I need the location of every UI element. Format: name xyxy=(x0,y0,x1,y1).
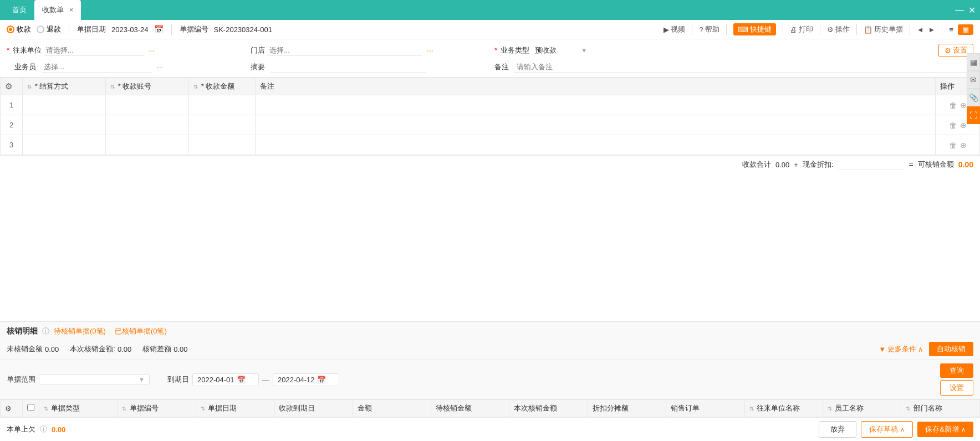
row-amount-1[interactable] xyxy=(189,95,256,115)
bottom-section: 核销明细 ⓘ 待核销单据(0笔) 已核销单据(0笔) 未核销金额 0.00 本次… xyxy=(0,321,980,441)
this-time-label: 本次核销金额: xyxy=(70,344,115,354)
window-minimize-icon[interactable]: — xyxy=(955,5,964,15)
row-account-3[interactable] xyxy=(106,135,189,155)
range-field: 单据范围 ▼ xyxy=(7,374,150,385)
list-icon: ≡ xyxy=(949,25,953,34)
row-settle-3[interactable] xyxy=(23,135,106,155)
shortcut-btn[interactable]: ⌨ 快捷键 xyxy=(733,23,776,35)
receipt-radio-circle xyxy=(7,25,14,33)
required-star-1: * xyxy=(7,46,9,54)
range-arrow: ▼ xyxy=(139,376,145,383)
row-remark-2[interactable] xyxy=(256,115,936,135)
row-account-2[interactable] xyxy=(106,115,189,135)
counterpart-more-btn[interactable]: ··· xyxy=(148,46,155,55)
right-panel-mail-icon[interactable]: ✉ xyxy=(967,71,980,89)
discard-button[interactable]: 放弃 xyxy=(819,421,856,438)
draft-button[interactable]: 保存草稿 ∧ xyxy=(861,421,913,438)
print-btn[interactable]: 🖨 打印 xyxy=(790,24,813,34)
video-btn[interactable]: ▶ 视频 xyxy=(663,24,685,34)
diff-label: 核销差额 xyxy=(142,344,171,354)
date-from-val: 2022-04-01 xyxy=(197,376,234,384)
history-btn[interactable]: 📋 历史单据 xyxy=(864,24,903,34)
refund-radio[interactable]: 退款 xyxy=(37,24,61,34)
auto-verif-btn[interactable]: 自动核销 xyxy=(929,342,973,356)
summary-input[interactable] xyxy=(270,61,426,73)
more-conditions-btn[interactable]: ▼ 更多条件 ∧ xyxy=(879,344,923,354)
receipt-radio[interactable]: 收款 xyxy=(7,24,31,34)
pending-tab[interactable]: 待核销单据(0笔) xyxy=(54,326,106,336)
sort-icon-account: ⇅ xyxy=(110,84,115,90)
save-new-button[interactable]: 保存&新增 ∧ xyxy=(917,422,973,437)
copy-icon-1[interactable]: ⊕ xyxy=(960,101,967,110)
unclaimed-stat: 未核销金额 0.00 xyxy=(7,344,59,354)
row-amount-3[interactable] xyxy=(189,135,256,155)
row-settle-2[interactable] xyxy=(23,115,106,135)
window-close-icon[interactable]: ✕ xyxy=(968,5,976,16)
query-button[interactable]: 查询 xyxy=(940,363,973,378)
nav-next-btn[interactable]: ► xyxy=(928,25,936,34)
store-input[interactable] xyxy=(267,45,422,56)
col-dept-header: ⇅ 部门名称 xyxy=(901,400,980,417)
delete-icon-3[interactable]: 🗑 xyxy=(949,141,957,150)
delete-icon-1[interactable]: 🗑 xyxy=(949,101,957,110)
operate-btn[interactable]: ⚙ 操作 xyxy=(827,24,850,34)
chevron-up-icon: ∧ xyxy=(918,345,923,353)
calendar-icon[interactable]: 📅 xyxy=(154,25,164,34)
due-date-field: 到期日 2022-04-01 📅 — 2022-04-12 📅 xyxy=(167,373,339,386)
required-star-2: * xyxy=(494,46,497,54)
col-settle-header: ⇅ * 结算方式 xyxy=(23,78,106,95)
copy-icon-3[interactable]: ⊕ xyxy=(960,141,967,150)
nav-prev-btn[interactable]: ◄ xyxy=(917,25,924,34)
date-from-input[interactable]: 2022-04-01 📅 xyxy=(192,373,259,386)
help-btn[interactable]: ? 帮助 xyxy=(699,24,719,34)
copy-icon-2[interactable]: ⊕ xyxy=(960,121,967,130)
row-amount-2[interactable] xyxy=(189,115,256,135)
col-pending-header: 待核销金额 xyxy=(431,400,509,417)
done-tab[interactable]: 已核销单据(0笔) xyxy=(115,326,167,336)
list-view-btn[interactable]: ≡ xyxy=(949,25,953,34)
cal-from-icon[interactable]: 📅 xyxy=(237,376,246,384)
right-panel-attach-icon[interactable]: 📎 xyxy=(967,89,980,106)
sort-doc-no: ⇅ xyxy=(122,406,126,412)
row-action-3: 🗑 ⊕ xyxy=(936,135,980,155)
total-label: 收款合计 xyxy=(742,160,771,170)
this-order-info-icon[interactable]: ⓘ xyxy=(40,424,47,434)
row-remark-1[interactable] xyxy=(256,95,936,115)
cal-to-icon[interactable]: 📅 xyxy=(317,376,326,384)
print-icon: 🖨 xyxy=(790,25,797,34)
right-panel-expand-icon[interactable]: ⛶ xyxy=(967,106,980,124)
delete-icon-2[interactable]: 🗑 xyxy=(949,121,957,130)
tab-home[interactable]: 首页 xyxy=(4,0,34,20)
table-row: 3 🗑 ⊕ xyxy=(1,135,980,155)
staff-more-btn[interactable]: ··· xyxy=(157,63,164,71)
date-to-input[interactable]: 2022-04-12 📅 xyxy=(273,373,339,386)
col-amount-header: ⇅ * 收款金额 xyxy=(189,78,256,95)
sep-4 xyxy=(726,24,727,35)
col-this-verif-header: 本次核销金额 xyxy=(509,400,588,417)
right-panel-table-icon[interactable]: ▦ xyxy=(967,53,980,71)
tab-receipt[interactable]: 收款单 × xyxy=(34,0,81,20)
verif-info-icon[interactable]: ⓘ xyxy=(42,326,49,336)
counterpart-input[interactable] xyxy=(44,45,144,56)
header-checkbox[interactable] xyxy=(27,404,34,411)
biz-type-arrow[interactable]: ▼ xyxy=(581,47,588,54)
footer: 本单上欠 ⓘ 0.00 放弃 保存草稿 ∧ 保存&新增 ∧ xyxy=(0,417,980,441)
staff-input[interactable] xyxy=(42,61,152,73)
row-settle-1[interactable] xyxy=(23,95,106,115)
this-time-stat: 本次核销金额: 0.00 xyxy=(70,344,131,354)
col-doc-no-header: ⇅ 单据编号 xyxy=(118,400,196,417)
range-select-box[interactable]: ▼ xyxy=(39,374,150,385)
store-more-btn[interactable]: ··· xyxy=(427,46,433,55)
filter-settings-button[interactable]: 设置 xyxy=(940,380,973,396)
remark-input[interactable] xyxy=(514,61,973,73)
row-account-1[interactable] xyxy=(106,95,189,115)
discount-label: 现金折扣: xyxy=(803,160,834,170)
row-remark-3[interactable] xyxy=(256,135,936,155)
sort-staff: ⇅ xyxy=(828,406,832,412)
discount-input[interactable] xyxy=(838,159,905,170)
table-settings-gear[interactable]: ⚙ xyxy=(5,81,12,91)
sep-7 xyxy=(856,24,857,35)
doc-no-label: 单据编号 xyxy=(180,24,208,34)
settings-gear-2[interactable]: ⚙ xyxy=(5,404,12,413)
tab-close-icon[interactable]: × xyxy=(69,6,73,14)
